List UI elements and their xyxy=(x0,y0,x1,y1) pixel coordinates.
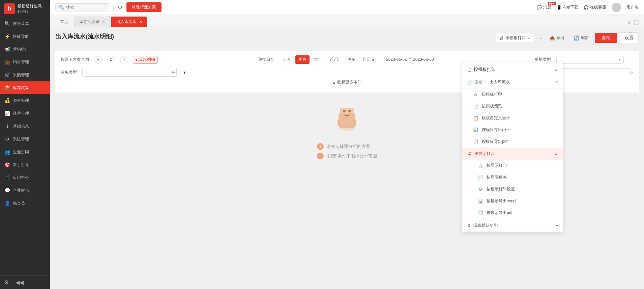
dropdown-item-template-design[interactable]: 📋 模板自定义设计 xyxy=(462,112,563,124)
current-item-arrow[interactable]: ▾ xyxy=(556,80,558,84)
warehouse-more-icon[interactable]: ··· xyxy=(629,70,633,75)
display-section-header[interactable]: 🖨 按显示打印 ▲ xyxy=(462,148,563,160)
doc-type-label: 单据类型 xyxy=(535,57,551,62)
sidebar-logo: b 畅捷通好生意 标准版 xyxy=(0,0,50,17)
date-filter: 上月 本月 本年 近7天 更多 自定义 xyxy=(280,55,378,64)
date-range: 2023-06-01 至 2023-06-30 xyxy=(386,57,434,62)
date-btn-thisyear[interactable]: 本年 xyxy=(311,55,325,64)
display-print-icon: 🖨 xyxy=(467,151,472,157)
dropdown-item-template-excel[interactable]: 📊 按模板导出excel xyxy=(462,124,563,136)
sidebar-item-newbie[interactable]: 🎯 新手引导 xyxy=(0,158,50,171)
dropdown-footer[interactable]: ⚙ 设置默认功能 ▾ xyxy=(462,219,563,232)
username-text: 用户名 xyxy=(626,4,639,10)
dropdown-item-display-settings[interactable]: ⚙ 按显示打印设置 xyxy=(462,183,563,195)
sidebar-item-collaboration[interactable]: 👥 企业协同 xyxy=(0,146,50,158)
filter-tag-flow: ● 流水明细 xyxy=(133,56,157,63)
export-button[interactable]: 📤 导出 xyxy=(546,33,568,43)
dropdown-item-template-print[interactable]: 🖨 按模板打印 xyxy=(462,88,563,100)
footer-label: 设置默认功能 xyxy=(473,222,498,228)
tab-close-flow[interactable]: ✕ xyxy=(139,20,142,24)
display-section-title: 🖨 按显示打印 xyxy=(467,151,495,157)
sidebar-item-purchase[interactable]: 🛒 采购管理 xyxy=(0,69,50,81)
megaphone-icon: 📢 xyxy=(4,46,10,52)
window-minimize-icon[interactable]: ✕ xyxy=(627,20,631,25)
briefcase-icon: 💼 xyxy=(4,59,10,65)
box-icon: 📦 xyxy=(4,85,10,91)
mobile-icon: 📱 xyxy=(4,175,10,181)
biz-type-select[interactable] xyxy=(82,68,177,77)
header-search-input[interactable] xyxy=(66,5,100,10)
sidebar-item-search[interactable]: 🔍 搜索菜单 xyxy=(0,17,50,30)
window-maximize-icon[interactable]: ⛶ xyxy=(634,20,639,25)
dropdown-item-display-pdf[interactable]: 📑 按显示导出pdf xyxy=(462,207,563,219)
dropdown-collapse-icon[interactable]: ▲ xyxy=(554,68,558,72)
tab-home[interactable]: 首页 xyxy=(55,17,73,27)
header-search-box[interactable]: 🔍 xyxy=(55,3,109,11)
date-btn-more[interactable]: 更多 xyxy=(344,55,358,64)
download-icon: 📱 xyxy=(557,5,562,10)
preview-icon-1: 📄 xyxy=(473,104,478,109)
sidebar-item-marketing[interactable]: 📢 营销推广 xyxy=(0,43,50,56)
doc-type-select[interactable] xyxy=(556,56,624,64)
svg-rect-6 xyxy=(354,120,356,126)
pdf-icon-1: 📑 xyxy=(473,139,478,144)
collapse-label: 收起更多条件 xyxy=(337,79,361,85)
date-btn-7days[interactable]: 近7天 xyxy=(326,55,343,64)
tab-inventory-batch[interactable]: 库存批次账 ✕ xyxy=(74,17,110,27)
filter-settings-btn[interactable]: ⚙ xyxy=(107,56,115,63)
refresh-icon: 🔄 xyxy=(574,35,579,41)
action-bar: 🖨 按模板打印 ▲ ··· 📤 导出 🔄 刷新 查询 设置 xyxy=(496,32,639,43)
dropdown-item-display-print[interactable]: 🖨 按显示打印 xyxy=(462,160,563,172)
member-icon: 👤 xyxy=(4,200,10,206)
trial-button[interactable]: 体验行业方案 xyxy=(126,2,162,12)
header-actions: 💬 消息 99+ 📱 App下载 🎧 在线客服 用户名 xyxy=(537,3,639,12)
svg-rect-1 xyxy=(339,113,355,128)
sidebar-item-appcenter[interactable]: 📱 应用中心 xyxy=(0,171,50,184)
tag-label: 流水明细 xyxy=(139,57,155,62)
dropdown-item-template-pdf[interactable]: 📑 按模板导出pdf xyxy=(462,136,563,148)
dropdown-item-display-excel[interactable]: 📊 按显示导出excel xyxy=(462,195,563,207)
message-action[interactable]: 💬 消息 99+ xyxy=(537,4,551,10)
settings-bottom-icon[interactable]: ⚙ xyxy=(4,279,9,286)
filter-add-btn[interactable]: + xyxy=(94,56,102,63)
sidebar-nav: 🔍 搜索菜单 ⚡ 快捷导航 📢 营销推广 💼 销售管理 🛒 采购管理 📦 xyxy=(0,17,50,275)
date-btn-thismonth[interactable]: 本月 xyxy=(295,55,310,64)
sidebar-item-basics[interactable]: ℹ 基础信息 xyxy=(0,120,50,133)
more-dots[interactable]: ··· xyxy=(537,34,544,42)
doc-type-select-wrapper xyxy=(556,56,624,64)
query-button[interactable]: 查询 xyxy=(595,33,617,43)
empty-tip-2: 2 用[选]条件来缩小分析范围 xyxy=(317,153,377,159)
template-print-button[interactable]: 🖨 按模板打印 ▲ xyxy=(496,33,534,43)
current-item-label: 当前： xyxy=(475,79,487,85)
empty-tips: 1 请先选择要分析的方案 2 用[选]条件来缩小分析范围 xyxy=(317,143,377,159)
dropdown-print-icon: 🖨 xyxy=(467,67,472,72)
template-print-label: 按模板打印 xyxy=(505,35,526,41)
sidebar-item-member[interactable]: 👤 畅会员 xyxy=(0,197,50,210)
tag-icon: ● xyxy=(135,58,138,62)
filter-collapse-btn[interactable]: 《 xyxy=(120,56,127,63)
app-download-action[interactable]: 📱 App下载 xyxy=(557,4,578,10)
collapse-sidebar-icon[interactable]: ◀◀ xyxy=(16,279,24,286)
doc-type-more-icon[interactable]: ··· xyxy=(629,57,633,62)
current-item-value: 出入库流水 xyxy=(490,79,510,85)
sidebar-item-inventory[interactable]: 📦 库存核算 xyxy=(0,81,50,94)
dropdown-current-item[interactable]: 📄 当前： 出入库流水 ▾ xyxy=(462,76,563,88)
header-settings-icon[interactable]: ⚙ xyxy=(118,4,122,10)
user-avatar[interactable] xyxy=(612,3,621,12)
empty-svg xyxy=(330,103,364,136)
sidebar-item-system[interactable]: ⚙ 系统管理 xyxy=(0,133,50,146)
online-service-action[interactable]: 🎧 在线客服 xyxy=(584,4,606,10)
sidebar-item-finance[interactable]: 💰 资金管理 xyxy=(0,94,50,107)
tab-close-inventory[interactable]: ✕ xyxy=(102,20,105,24)
tab-stock-flow[interactable]: 出入库流水 ✕ xyxy=(111,17,147,27)
date-btn-custom[interactable]: 自定义 xyxy=(360,55,378,64)
dropdown-item-template-preview[interactable]: 📄 按模板预览 xyxy=(462,100,563,112)
sidebar-item-operations[interactable]: 📈 经营管理 xyxy=(0,107,50,120)
dropdown-item-display-preview[interactable]: 📄 按显示预览 xyxy=(462,172,563,183)
sidebar-item-wechat[interactable]: 💬 企业微信 xyxy=(0,184,50,197)
settings-button[interactable]: 设置 xyxy=(620,32,639,43)
sidebar-item-sales[interactable]: 💼 销售管理 xyxy=(0,56,50,69)
date-btn-lastmonth[interactable]: 上月 xyxy=(280,55,294,64)
refresh-button[interactable]: 🔄 刷新 xyxy=(570,33,592,43)
sidebar-item-quicknav[interactable]: ⚡ 快捷导航 xyxy=(0,30,50,43)
